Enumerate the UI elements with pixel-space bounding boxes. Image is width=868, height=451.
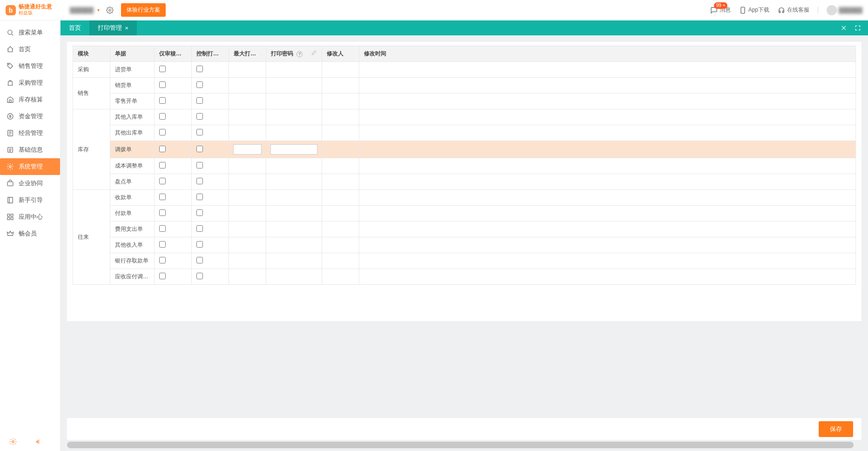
grid-icon — [7, 213, 14, 221]
table-row[interactable]: 付款单 — [73, 206, 856, 222]
tab-0[interactable]: 首页 — [61, 20, 89, 35]
edit-icon[interactable] — [311, 50, 317, 55]
save-button[interactable]: 保存 — [819, 421, 853, 437]
audit-checkbox[interactable] — [159, 113, 166, 120]
table-row[interactable]: 银行存取款单 — [73, 253, 856, 269]
sidebar-item-7[interactable]: 基础信息 — [0, 141, 60, 158]
cell-audit — [155, 237, 192, 253]
table-row[interactable]: 费用支出单 — [73, 222, 856, 237]
cell-pwd — [266, 78, 322, 94]
audit-checkbox[interactable] — [159, 209, 166, 216]
audit-checkbox[interactable] — [159, 225, 166, 232]
settings-icon[interactable] — [106, 7, 114, 14]
cell-modifier — [322, 94, 359, 109]
fullscreen-icon[interactable] — [854, 24, 861, 32]
cell-modifier — [322, 253, 359, 269]
cell-pwd[interactable] — [266, 141, 322, 158]
user-menu[interactable]: ██████ — [827, 5, 862, 15]
sidebar-item-4[interactable]: 库存核算 — [0, 91, 60, 108]
cell-max — [229, 78, 266, 94]
control-checkbox[interactable] — [196, 178, 203, 184]
control-checkbox[interactable] — [196, 129, 203, 135]
cell-modtime — [359, 269, 856, 285]
headset-icon — [778, 7, 785, 14]
control-checkbox[interactable] — [196, 273, 203, 279]
cell-doc: 其他收入单 — [110, 237, 155, 253]
audit-checkbox[interactable] — [159, 129, 166, 135]
max-input[interactable] — [234, 145, 261, 154]
sidebar-item-3[interactable]: 采购管理 — [0, 74, 60, 91]
control-checkbox[interactable] — [196, 113, 203, 120]
online-service-button[interactable]: 在线客服 — [778, 6, 809, 14]
avatar-icon — [827, 5, 837, 15]
sidebar-item-0[interactable]: 搜索菜单 — [0, 24, 60, 41]
audit-checkbox[interactable] — [159, 66, 166, 72]
help-icon[interactable]: ? — [296, 51, 303, 57]
table-row[interactable]: 成本调整单 — [73, 158, 856, 174]
control-checkbox[interactable] — [196, 66, 203, 72]
messages-button[interactable]: 99 + 消息 — [710, 6, 731, 14]
collapse-icon[interactable] — [34, 438, 41, 445]
horizontal-scrollbar[interactable] — [67, 442, 861, 448]
control-checkbox[interactable] — [196, 162, 203, 168]
control-checkbox[interactable] — [196, 81, 203, 88]
account-selector[interactable]: ██████ ▾ — [70, 7, 100, 13]
control-checkbox[interactable] — [196, 97, 203, 104]
control-checkbox[interactable] — [196, 225, 203, 232]
cell-doc: 费用支出单 — [110, 222, 155, 237]
table-row[interactable]: 往来收款单 — [73, 190, 856, 206]
sidebar-item-label: 采购管理 — [19, 79, 43, 87]
print-settings-table: 模块 单据 仅审核后打印 控制打印次数 最大打印次数 打印密码 ? — [73, 46, 856, 285]
audit-checkbox[interactable] — [159, 194, 166, 200]
table-row[interactable]: 其他收入单 — [73, 237, 856, 253]
svg-rect-23 — [11, 217, 13, 220]
sidebar-item-2[interactable]: 销售管理 — [0, 58, 60, 74]
cell-control — [192, 94, 229, 109]
table-row[interactable]: 其他出库单 — [73, 125, 856, 141]
sidebar-item-6[interactable]: 经营管理 — [0, 125, 60, 141]
cell-doc: 应收应付调整单 — [110, 269, 155, 285]
table-row[interactable]: 采购进货单 — [73, 62, 856, 78]
table-row[interactable]: 销售销货单 — [73, 78, 856, 94]
tab-close-icon[interactable]: ✕ — [125, 26, 128, 31]
audit-checkbox[interactable] — [159, 81, 166, 88]
table-row[interactable]: 库存其他入库单 — [73, 109, 856, 125]
cell-control — [192, 125, 229, 141]
sidebar-item-5[interactable]: 资金管理 — [0, 108, 60, 125]
control-checkbox[interactable] — [196, 146, 203, 152]
cell-modtime — [359, 206, 856, 222]
sidebar-item-8[interactable]: 系统管理 — [0, 158, 60, 175]
control-checkbox[interactable] — [196, 194, 203, 200]
audit-checkbox[interactable] — [159, 146, 166, 152]
sidebar-item-9[interactable]: 企业协同 — [0, 175, 60, 192]
cell-max[interactable] — [229, 141, 266, 158]
sidebar-item-label: 经营管理 — [19, 129, 43, 137]
cell-pwd — [266, 174, 322, 190]
sidebar-item-11[interactable]: 应用中心 — [0, 209, 60, 225]
control-checkbox[interactable] — [196, 257, 203, 263]
table-row[interactable]: 应收应付调整单 — [73, 269, 856, 285]
sidebar-item-12[interactable]: 畅会员 — [0, 225, 60, 242]
table-row[interactable]: 调拨单 — [73, 141, 856, 158]
settings-small-icon[interactable] — [9, 438, 17, 445]
audit-checkbox[interactable] — [159, 257, 166, 263]
cell-audit — [155, 78, 192, 94]
tab-1[interactable]: 打印管理✕ — [89, 20, 137, 35]
audit-checkbox[interactable] — [159, 241, 166, 248]
industry-solution-button[interactable]: 体验行业方案 — [121, 3, 166, 17]
audit-checkbox[interactable] — [159, 273, 166, 279]
control-checkbox[interactable] — [196, 209, 203, 216]
app-download-button[interactable]: App下载 — [739, 6, 769, 14]
table-row[interactable]: 盘点单 — [73, 174, 856, 190]
audit-checkbox[interactable] — [159, 97, 166, 104]
sidebar-item-10[interactable]: 新手引导 — [0, 192, 60, 209]
pwd-input[interactable] — [271, 145, 317, 154]
control-checkbox[interactable] — [196, 241, 203, 248]
cell-modtime — [359, 125, 856, 141]
close-all-tabs-icon[interactable] — [840, 24, 848, 32]
audit-checkbox[interactable] — [159, 162, 166, 168]
audit-checkbox[interactable] — [159, 178, 166, 184]
table-row[interactable]: 零售开单 — [73, 94, 856, 109]
sidebar-item-1[interactable]: 首页 — [0, 41, 60, 58]
scrollbar-thumb[interactable] — [67, 442, 854, 448]
